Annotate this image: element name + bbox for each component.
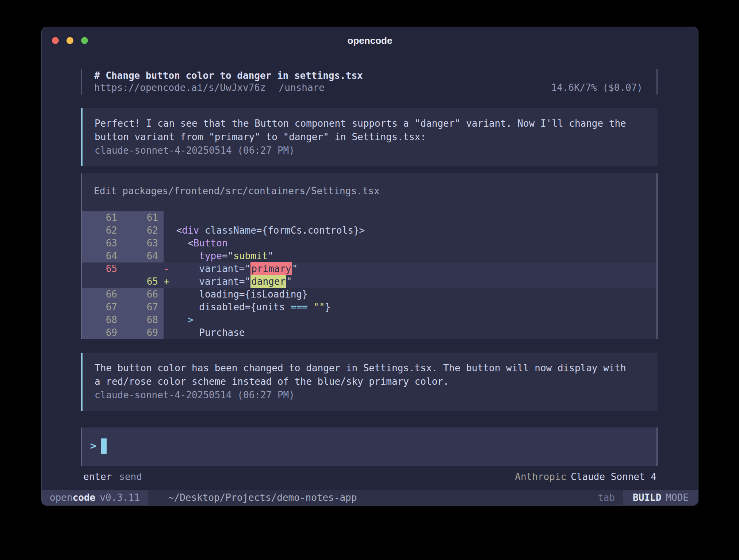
session-title: # Change button color to danger in setti… <box>94 70 643 82</box>
provider-name: Anthropic <box>515 472 566 482</box>
diff-row-added: 65 + variant="danger" <box>82 275 656 288</box>
code-line: loading={isLoading} <box>171 288 656 301</box>
diff-marker-minus: - <box>164 262 171 275</box>
old-line-number: 66 <box>82 288 123 301</box>
send-action-hint: send <box>119 472 142 482</box>
new-line-number <box>123 262 164 275</box>
new-line-number: 61 <box>123 211 164 224</box>
old-line-number: 68 <box>82 314 123 326</box>
diff-marker-plus: + <box>164 275 171 288</box>
old-line-number: 63 <box>82 237 123 250</box>
code-line: variant="danger" <box>171 275 656 288</box>
old-line-number: 61 <box>82 211 123 224</box>
token-usage-stats: 14.6K/7% ($0.07) <box>551 82 643 94</box>
tab-key-hint[interactable]: tab <box>598 492 615 503</box>
working-directory: ~/Desktop/Projects/demo-notes-app <box>168 492 357 503</box>
model-name: Claude Sonnet 4 <box>571 472 656 482</box>
prompt-chevron: > <box>90 438 96 454</box>
diff-row: 68 68 > <box>82 314 656 326</box>
diff-row: 66 66 loading={isLoading} <box>82 288 656 301</box>
diff-row: 64 64 type="submit" <box>82 250 656 262</box>
code-line: Purchase <box>171 326 656 339</box>
unshare-command[interactable]: /unshare <box>279 82 325 94</box>
model-timestamp: claude-sonnet-4-20250514 (06:27 PM) <box>95 388 647 402</box>
app-version: v0.3.11 <box>100 492 140 503</box>
app-name-code: code <box>73 492 96 503</box>
old-line-number <box>82 275 123 288</box>
diff-marker <box>164 250 171 262</box>
code-line: variant="primary" <box>171 262 656 275</box>
hints-row: enter send Anthropic Claude Sonnet 4 <box>81 472 658 482</box>
message-text: a red/rose color scheme instead of the b… <box>95 375 647 388</box>
share-url[interactable]: https://opencode.ai/s/UwJxv76z <box>94 82 266 94</box>
assistant-message-1: Perfect! I can see that the Button compo… <box>81 108 658 166</box>
mode-chip[interactable]: BUILD MODE <box>623 490 698 505</box>
app-version-chip: opencode v0.3.11 <box>42 490 148 505</box>
old-line-number: 65 <box>82 262 123 275</box>
diff-marker <box>164 288 171 301</box>
code-line: <div className={formCs.controls}> <box>171 224 656 237</box>
old-line-number: 62 <box>82 224 123 237</box>
diff-marker <box>164 237 171 250</box>
mode-build-label: BUILD <box>633 492 661 503</box>
session-header: # Change button color to danger in setti… <box>81 69 658 95</box>
diff-row: 63 63 <Button <box>82 237 656 250</box>
new-line-number: 66 <box>123 288 164 301</box>
code-line: > <box>171 314 656 326</box>
old-line-number: 67 <box>82 301 123 314</box>
edit-tool-header: Edit packages/frontend/src/containers/Se… <box>82 186 656 196</box>
prompt-input[interactable]: > <box>81 427 658 466</box>
diff-marker <box>164 301 171 314</box>
mode-mode-label: MODE <box>666 492 689 503</box>
message-text: The button color has been changed to dan… <box>95 361 647 375</box>
main-content: # Change button color to danger in setti… <box>42 54 698 490</box>
new-line-number: 64 <box>123 250 164 262</box>
window-title: opencode <box>42 35 698 46</box>
diff-row: 67 67 disabled={units === ""} <box>82 301 656 314</box>
titlebar: opencode <box>42 27 698 54</box>
session-subline: https://opencode.ai/s/UwJxv76z /unshare … <box>94 82 643 94</box>
model-timestamp: claude-sonnet-4-20250514 (06:27 PM) <box>95 144 647 157</box>
text-cursor <box>101 438 107 454</box>
new-line-number: 65 <box>123 275 164 288</box>
diff-marker <box>164 224 171 237</box>
diff-row: 61 61 <box>82 211 656 224</box>
message-text: button variant from "primary" to "danger… <box>95 130 647 144</box>
new-line-number: 62 <box>123 224 164 237</box>
spacer <box>357 490 598 505</box>
assistant-message-2: The button color has been changed to dan… <box>81 353 658 411</box>
old-line-number: 64 <box>82 250 123 262</box>
new-line-number: 67 <box>123 301 164 314</box>
code-line <box>171 211 656 224</box>
code-line: disabled={units === ""} <box>171 301 656 314</box>
enter-key-hint: enter <box>83 472 112 482</box>
code-line: type="submit" <box>171 250 656 262</box>
diff-row: 62 62 <div className={formCs.controls}> <box>82 224 656 237</box>
old-line-number: 69 <box>82 326 123 339</box>
message-text: Perfect! I can see that the Button compo… <box>95 117 647 130</box>
diff-row-removed: 65 - variant="primary" <box>82 262 656 275</box>
diff-view: 61 61 62 62 <div className={formCs.contr… <box>82 211 656 339</box>
spacer <box>142 472 515 482</box>
new-line-number: 69 <box>123 326 164 339</box>
diff-marker <box>164 314 171 326</box>
opencode-window: opencode # Change button color to danger… <box>41 27 698 506</box>
code-line: <Button <box>171 237 656 250</box>
status-bar: opencode v0.3.11 ~/Desktop/Projects/demo… <box>42 490 698 505</box>
app-name-open: open <box>50 492 73 503</box>
spacer <box>325 82 551 94</box>
diff-marker <box>164 326 171 339</box>
diff-marker <box>164 211 171 224</box>
new-line-number: 68 <box>123 314 164 326</box>
new-line-number: 63 <box>123 237 164 250</box>
edit-tool-block: Edit packages/frontend/src/containers/Se… <box>81 173 658 339</box>
diff-row: 69 69 Purchase <box>82 326 656 339</box>
